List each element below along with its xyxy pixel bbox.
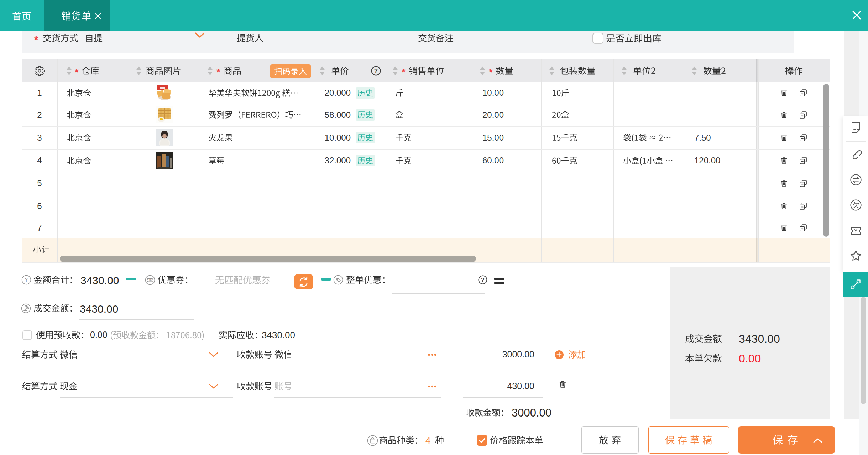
- svg-text:?: ?: [481, 277, 485, 283]
- svg-text:¥: ¥: [148, 278, 151, 282]
- svg-text:?: ?: [374, 68, 378, 74]
- svg-text:¥: ¥: [25, 277, 28, 283]
